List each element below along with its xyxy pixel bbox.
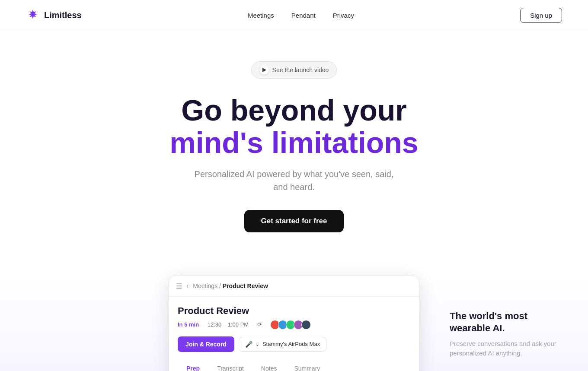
tab-notes[interactable]: Notes xyxy=(252,361,286,371)
avatar-group xyxy=(270,320,311,330)
launch-video-pill[interactable]: See the launch video xyxy=(251,61,337,79)
breadcrumb-base: Meetings / xyxy=(193,282,221,289)
logo-link[interactable]: Limitless xyxy=(26,9,82,22)
app-window: ☰ ‹ Meetings / Product Review Product Re… xyxy=(169,276,419,371)
tab-transcript[interactable]: Transcript xyxy=(208,361,252,371)
back-arrow-icon[interactable]: ‹ xyxy=(186,282,189,290)
hero-title: Go beyond your mind's limitations xyxy=(169,94,418,159)
tab-summary[interactable]: Summary xyxy=(285,361,329,371)
refresh-icon: ⟳ xyxy=(257,321,262,328)
meta-separator-2: · xyxy=(252,321,254,328)
nav-meetings[interactable]: Meetings xyxy=(248,12,274,19)
microphone-icon: 🎤 xyxy=(245,341,252,348)
app-tabs: Prep Transcript Notes Summary xyxy=(178,361,410,371)
meta-separator-1: · xyxy=(202,321,204,328)
mic-chevron-down: ⌄ xyxy=(255,341,260,347)
logo-icon xyxy=(26,9,40,22)
nav-privacy[interactable]: Privacy xyxy=(333,12,354,19)
nav-pendant[interactable]: Pendant xyxy=(291,12,316,19)
signup-button[interactable]: Sign up xyxy=(520,8,562,23)
cta-button[interactable]: Get started for free xyxy=(244,210,343,232)
hero-section: See the launch video Go beyond your mind… xyxy=(0,31,588,250)
preview-section: ☰ ‹ Meetings / Product Review Product Re… xyxy=(0,276,588,371)
meeting-meta: In 5 min · 12:30 – 1:00 PM · ⟳ · xyxy=(178,320,410,330)
breadcrumb-page: Product Review xyxy=(223,282,268,289)
logo-text: Limitless xyxy=(44,10,82,20)
side-text-panel: The world's most wearable AI. Preserve c… xyxy=(450,310,562,358)
side-text-subtitle: Preserve conversations and ask your pers… xyxy=(450,339,562,358)
mic-selector[interactable]: 🎤 ⌄ Stammy's AirPods Max xyxy=(239,337,326,352)
hero-subtitle: Personalized AI powered by what you've s… xyxy=(190,168,398,193)
nav-links: Meetings Pendant Privacy xyxy=(248,12,354,19)
hero-title-line1: Go beyond your xyxy=(181,94,406,127)
hero-title-line2: mind's limitations xyxy=(169,126,418,159)
play-icon xyxy=(259,65,269,75)
join-record-button[interactable]: Join & Record xyxy=(178,336,234,352)
action-row: Join & Record 🎤 ⌄ Stammy's AirPods Max xyxy=(178,336,410,352)
meta-time-prefix: In 5 min xyxy=(178,321,199,328)
hamburger-icon[interactable]: ☰ xyxy=(176,282,182,290)
navbar: Limitless Meetings Pendant Privacy Sign … xyxy=(0,0,588,31)
meta-time-range: 12:30 – 1:00 PM xyxy=(208,321,249,328)
avatar-5 xyxy=(301,320,311,330)
launch-pill-label: See the launch video xyxy=(272,67,329,73)
side-text-title: The world's most wearable AI. xyxy=(450,310,562,335)
meeting-title: Product Review xyxy=(178,305,410,317)
app-topbar: ☰ ‹ Meetings / Product Review xyxy=(169,276,419,297)
tab-prep[interactable]: Prep xyxy=(178,361,208,371)
meta-separator-3: · xyxy=(265,321,267,328)
mic-label: Stammy's AirPods Max xyxy=(262,341,320,347)
breadcrumb: Meetings / Product Review xyxy=(193,282,268,289)
app-body: Product Review In 5 min · 12:30 – 1:00 P… xyxy=(169,297,419,371)
